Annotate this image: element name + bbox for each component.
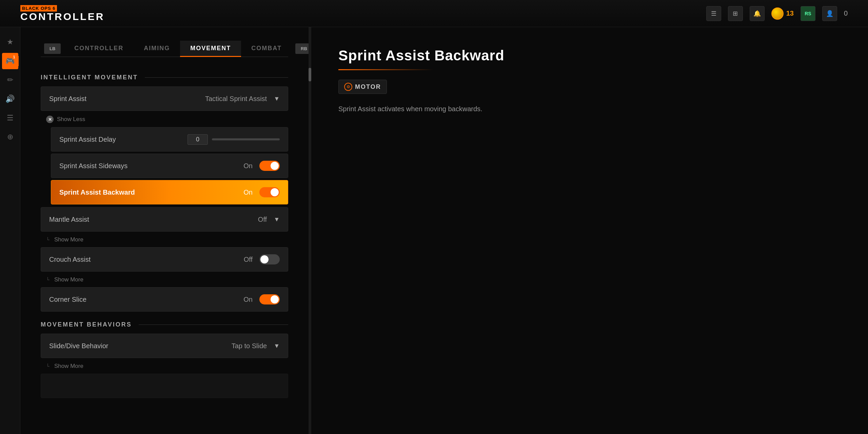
- crouch-assist-row[interactable]: Crouch Assist Off: [41, 247, 288, 272]
- slide-dive-arrow: ▼: [274, 342, 280, 350]
- star-icon: ★: [7, 38, 14, 46]
- sprint-assist-backward-row[interactable]: Sprint Assist Backward On: [51, 180, 288, 204]
- slide-show-more-label: Show More: [54, 363, 83, 370]
- sprint-assist-sideways-toggle[interactable]: [259, 161, 280, 171]
- mantle-assist-row[interactable]: Mantle Assist Off ▼: [41, 207, 288, 232]
- slider-track[interactable]: [212, 138, 280, 140]
- sprint-assist-delay-row[interactable]: Sprint Assist Delay 0: [51, 127, 288, 152]
- extra-row[interactable]: [41, 374, 288, 398]
- sprint-assist-sideways-row[interactable]: Sprint Assist Sideways On: [51, 154, 288, 178]
- info-title: Sprint Assist Backward: [338, 47, 841, 64]
- x-icon: ✕: [46, 116, 54, 123]
- sidebar-item-star[interactable]: ★: [2, 34, 18, 50]
- coin-display: 13: [771, 7, 794, 20]
- arrow-right-icon: └: [46, 237, 50, 242]
- mantle-show-more-label: Show More: [54, 236, 83, 243]
- sprint-assist-delay-slider[interactable]: 0: [188, 134, 280, 145]
- crouch-assist-value: Off: [244, 256, 253, 263]
- grid-icon[interactable]: ⊞: [728, 6, 743, 21]
- sidebar-badge: 1: [12, 54, 17, 60]
- motor-label: MOTOR: [355, 83, 381, 91]
- sprint-assist-sideways-value: On: [243, 162, 253, 170]
- avatar-icon[interactable]: 👤: [822, 6, 837, 21]
- sprint-assist-row[interactable]: Sprint Assist Tactical Sprint Assist ▼: [41, 86, 288, 111]
- slide-dive-label: Slide/Dive Behavior: [49, 342, 232, 350]
- sidebar-item-gamepad[interactable]: 🎮 1: [2, 53, 18, 69]
- menu-icon[interactable]: ☰: [706, 6, 721, 21]
- show-less-toggle[interactable]: ✕ Show Less: [41, 113, 288, 126]
- toggle-knob-backward: [271, 188, 279, 196]
- right-panel: Sprint Assist Backward ⚙ MOTOR Sprint As…: [311, 27, 868, 434]
- toggle-knob-crouch: [260, 255, 269, 263]
- slide-show-more-toggle[interactable]: └ Show More: [41, 360, 288, 372]
- pen-icon: ✏: [7, 76, 13, 84]
- sprint-assist-arrow: ▼: [274, 95, 280, 102]
- corner-slice-toggle[interactable]: [259, 294, 280, 304]
- sprint-assist-backward-value: On: [243, 189, 253, 196]
- slide-dive-row[interactable]: Slide/Dive Behavior Tap to Slide ▼: [41, 334, 288, 358]
- toggle-knob-corner: [271, 295, 279, 303]
- crouch-show-more-label: Show More: [54, 276, 83, 283]
- crouch-show-more-toggle[interactable]: └ Show More: [41, 274, 288, 286]
- tab-controller[interactable]: CONTROLLER: [64, 41, 134, 57]
- tab-rb[interactable]: RB: [295, 43, 309, 54]
- left-panel: LB CONTROLLER AIMING MOVEMENT COMBAT RB …: [20, 27, 309, 434]
- motor-icon: ⚙: [344, 83, 352, 91]
- sidebar: ★ 🎮 1 ✏ 🔊 ☰ ⊕: [0, 0, 20, 434]
- wifi-icon: ⊕: [7, 133, 13, 141]
- sprint-assist-sideways-label: Sprint Assist Sideways: [59, 162, 243, 170]
- logo-title: CONTROLLER: [20, 12, 104, 22]
- mantle-assist-value: Off: [258, 216, 267, 223]
- corner-slice-label: Corner Slice: [49, 296, 243, 303]
- sound-icon: 🔊: [5, 95, 15, 103]
- tab-combat[interactable]: COMBAT: [241, 41, 292, 57]
- sprint-assist-delay-label: Sprint Assist Delay: [59, 136, 188, 143]
- toggle-knob: [271, 162, 279, 170]
- intelligent-movement-header: INTELLIGENT MOVEMENT: [41, 74, 288, 81]
- show-less-label: Show Less: [57, 116, 85, 123]
- mantle-assist-arrow: ▼: [274, 216, 280, 223]
- sidebar-item-pen[interactable]: ✏: [2, 72, 18, 88]
- sidebar-item-list[interactable]: ☰: [2, 110, 18, 126]
- list-icon: ☰: [7, 114, 14, 122]
- sprint-assist-label: Sprint Assist: [49, 95, 205, 103]
- sidebar-item-sound[interactable]: 🔊: [2, 91, 18, 107]
- crouch-assist-toggle[interactable]: [259, 254, 280, 264]
- crouch-assist-label: Crouch Assist: [49, 256, 244, 263]
- slider-value: 0: [188, 134, 208, 145]
- corner-slice-row[interactable]: Corner Slice On: [41, 287, 288, 312]
- logo: BLACK OPS 6 CONTROLLER: [20, 5, 104, 22]
- tab-movement[interactable]: MOVEMENT: [180, 41, 241, 57]
- motor-badge: ⚙ MOTOR: [338, 80, 387, 94]
- sprint-assist-backward-label: Sprint Assist Backward: [59, 189, 243, 196]
- sidebar-item-wifi[interactable]: ⊕: [2, 129, 18, 145]
- arrow-right-icon-3: └: [46, 363, 50, 369]
- mantle-assist-label: Mantle Assist: [49, 216, 258, 223]
- movement-behaviors-header: MOVEMENT BEHAVIORS: [41, 321, 288, 328]
- tab-lb[interactable]: LB: [44, 43, 61, 54]
- info-description: Sprint Assist activates when moving back…: [338, 103, 841, 114]
- profile-badge-icon[interactable]: RS: [801, 6, 815, 21]
- coin-count: 13: [786, 9, 794, 17]
- info-divider: [338, 69, 433, 70]
- arrow-right-icon-2: └: [46, 277, 50, 282]
- slide-dive-value: Tap to Slide: [232, 342, 267, 350]
- sprint-assist-value: Tactical Sprint Assist: [205, 95, 267, 103]
- topbar: BLACK OPS 6 CONTROLLER ☰ ⊞ 🔔 13 RS 👤 0: [0, 0, 868, 27]
- nav-tabs: LB CONTROLLER AIMING MOVEMENT COMBAT RB: [41, 41, 288, 57]
- topbar-right: ☰ ⊞ 🔔 13 RS 👤 0: [706, 6, 848, 21]
- profile-count: 0: [844, 9, 848, 17]
- tab-aiming[interactable]: AIMING: [134, 41, 180, 57]
- sprint-assist-backward-toggle[interactable]: [259, 187, 280, 197]
- bell-icon[interactable]: 🔔: [750, 6, 765, 21]
- mantle-show-more-toggle[interactable]: └ Show More: [41, 234, 288, 246]
- corner-slice-value: On: [243, 296, 253, 303]
- main-content: LB CONTROLLER AIMING MOVEMENT COMBAT RB …: [20, 27, 868, 434]
- coin-icon: [771, 7, 784, 20]
